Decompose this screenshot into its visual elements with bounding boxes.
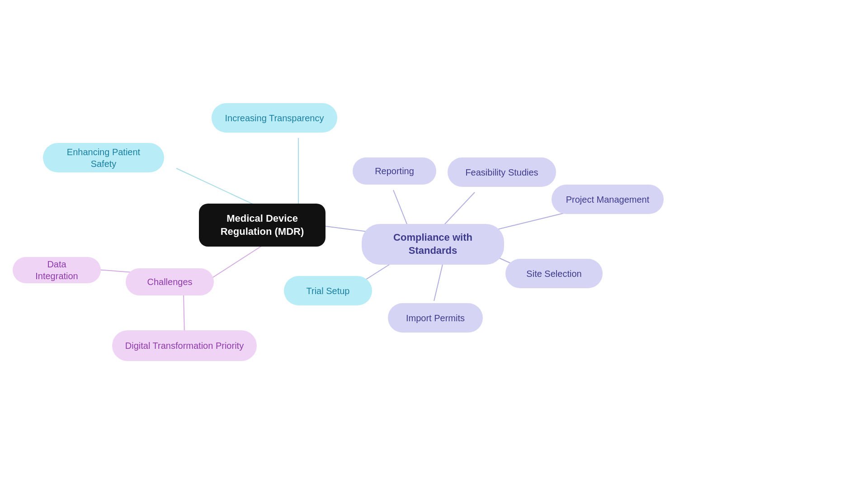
node-reporting[interactable]: Reporting [353,157,436,185]
node-enhancing-patient-safety[interactable]: Enhancing Patient Safety [43,143,164,172]
node-compliance[interactable]: Compliance with Standards [362,224,504,265]
node-increasing-transparency[interactable]: Increasing Transparency [212,103,337,133]
node-site-selection[interactable]: Site Selection [505,259,603,288]
node-import-permits[interactable]: Import Permits [388,303,483,333]
center-node[interactable]: Medical Device Regulation (MDR) [199,204,326,247]
node-data-integration[interactable]: Data Integration [13,257,101,283]
node-feasibility-studies[interactable]: Feasibility Studies [448,157,556,187]
node-challenges[interactable]: Challenges [126,268,214,295]
svg-line-4 [184,293,184,335]
node-digital-transformation[interactable]: Digital Transformation Priority [112,330,257,361]
svg-line-10 [434,262,443,301]
node-project-management[interactable]: Project Management [552,185,664,214]
node-trial-setup[interactable]: Trial Setup [284,276,372,305]
